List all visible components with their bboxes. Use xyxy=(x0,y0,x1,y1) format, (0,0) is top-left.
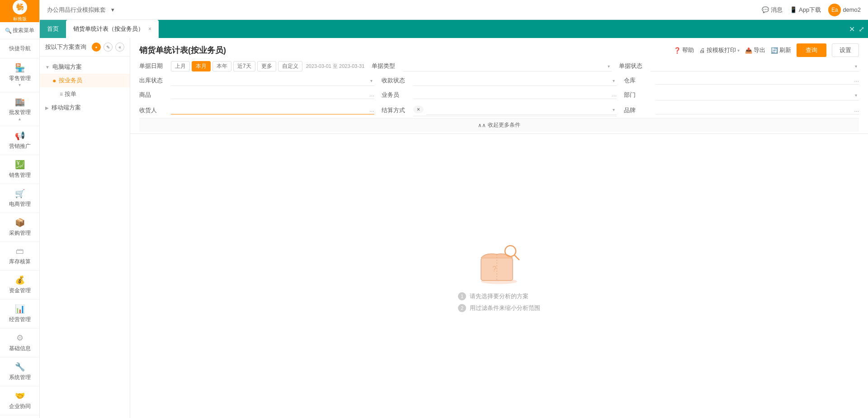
basic-icon: ⚙ xyxy=(16,333,24,343)
retail-icon: 🏪 xyxy=(15,63,25,73)
consignee-dots[interactable]: ... xyxy=(369,106,374,113)
out-status-select-wrapper: ▾ xyxy=(171,75,374,86)
sidebar-item-retail[interactable]: 🏪 零售管理 ▾ xyxy=(0,58,39,92)
date-btn-custom[interactable]: 自定义 xyxy=(278,61,302,71)
user-profile[interactable]: Ea demo2 xyxy=(828,4,861,16)
help-icon: ❓ xyxy=(674,47,681,54)
mobile-scheme-header[interactable]: ▶ 移动端方案 xyxy=(40,101,130,114)
sidebar-item-marketing[interactable]: 📢 营销推广 xyxy=(0,126,39,155)
tab-close-window-icon[interactable]: ✕ xyxy=(849,25,855,33)
empty-step-1: 1 请先选择要分析的方案 xyxy=(458,292,540,300)
sidebar-item-wholesale[interactable]: 🏬 批发管理 ▴ xyxy=(0,92,39,126)
sidebar-item-finance[interactable]: 💰 资金管理 xyxy=(0,271,39,299)
desktop-scheme-header[interactable]: ▼ 电脑端方案 xyxy=(40,60,130,74)
sidebar-quick-nav[interactable]: 快捷导航 xyxy=(0,39,39,58)
sidebar-logo[interactable]: 畅 标推版 xyxy=(0,0,40,22)
sidebar-item-basic[interactable]: ⚙ 基础信息 xyxy=(0,328,39,357)
warehouse-dots[interactable]: ... xyxy=(854,76,859,83)
help-link[interactable]: ❓ 帮助 xyxy=(674,46,694,54)
edit-scheme-button[interactable]: ✎ xyxy=(104,43,113,52)
mobile-scheme-label: 移动端方案 xyxy=(52,104,81,112)
sidebar-item-operations[interactable]: 📊 经营管理 xyxy=(0,299,39,328)
settlement-tag-close[interactable]: × xyxy=(417,106,420,113)
tab-sales-stat-label: 销货单统计表（按业务员） xyxy=(73,25,144,33)
collapse-filters-button[interactable]: ∧∧ 收起更多条件 xyxy=(139,118,859,132)
recv-status-select-wrapper: ▾ xyxy=(413,75,617,86)
scheme-salesman-label: 按业务员 xyxy=(59,76,82,85)
scheme-by-salesman[interactable]: ● 按业务员 xyxy=(40,74,130,87)
desktop-scheme-section: ▼ 电脑端方案 ● 按业务员 ≡ 按单 ▶ 移动端方案 xyxy=(40,57,130,118)
marketing-icon: 📢 xyxy=(15,131,25,141)
date-btn-this-year[interactable]: 本年 xyxy=(212,61,231,71)
scheme-order-icon: ≡ xyxy=(60,91,63,97)
sidebar-item-enterprise[interactable]: 🤝 企业协同 xyxy=(0,386,39,415)
recv-status-select[interactable] xyxy=(413,75,617,86)
tab-close-icon[interactable]: × xyxy=(148,26,151,32)
left-panel-header: 按以下方案查询 ● ✎ « xyxy=(40,38,130,57)
filter-row-3: 商品 ... 业务员 ... xyxy=(139,90,859,100)
sidebar-item-sales[interactable]: 💹 销售管理 xyxy=(0,155,39,184)
goods-input[interactable] xyxy=(171,91,368,98)
add-scheme-button[interactable]: ● xyxy=(92,43,101,52)
tab-home-label: 首页 xyxy=(47,25,59,33)
scheme-by-order[interactable]: ≡ 按单 xyxy=(40,87,130,101)
filter-brand: 品牌 ... xyxy=(624,106,859,114)
dept-select[interactable] xyxy=(656,90,859,100)
breadcrumb-dropdown[interactable]: ▾ xyxy=(111,6,114,13)
desktop-scheme-label: 电脑端方案 xyxy=(52,63,82,71)
filter-settlement: 结算方式 × ▾ xyxy=(382,104,617,116)
left-panel: 按以下方案查询 ● ✎ « ▼ 电脑端方案 xyxy=(40,38,130,418)
sidebar-item-newbie[interactable]: 🎓 新手引导 xyxy=(0,415,39,418)
filter-salesman: 业务员 ... xyxy=(382,91,617,99)
tab-maximize-icon[interactable]: ⤢ xyxy=(859,25,864,33)
print-link[interactable]: 🖨 按模板打印 ▾ xyxy=(699,46,740,54)
date-btn-more[interactable]: 更多 xyxy=(257,61,276,71)
page-title: 销货单统计表(按业务员) xyxy=(139,45,226,56)
settlement-select[interactable] xyxy=(426,104,617,115)
goods-dots[interactable]: ... xyxy=(369,91,374,98)
tab-home[interactable]: 首页 xyxy=(40,20,66,38)
brand-label: 品牌 xyxy=(624,106,656,114)
refresh-link[interactable]: 🔄 刷新 xyxy=(771,46,791,54)
sidebar-item-ecommerce[interactable]: 🛒 电商管理 xyxy=(0,184,39,213)
consignee-input[interactable] xyxy=(171,106,368,113)
filter-row-4: 收货人 ... 结算方式 × xyxy=(139,104,859,116)
brand-dots[interactable]: ... xyxy=(854,106,859,113)
tab-sales-stat[interactable]: 销货单统计表（按业务员） × xyxy=(66,20,159,38)
sidebar-item-purchase[interactable]: 📦 采购管理 xyxy=(0,213,39,242)
sidebar-item-inventory[interactable]: 🗃 库存核算 xyxy=(0,242,39,271)
brand-input[interactable] xyxy=(656,106,852,113)
query-button[interactable]: 查询 xyxy=(797,43,826,57)
export-link[interactable]: 📤 导出 xyxy=(745,46,765,54)
date-label: 单据日期 xyxy=(139,62,171,70)
order-type-select[interactable] xyxy=(403,61,612,71)
salesman-input[interactable] xyxy=(413,91,610,98)
date-btn-last-month[interactable]: 上月 xyxy=(171,61,190,71)
order-status-select[interactable] xyxy=(651,61,859,71)
setting-button[interactable]: 设置 xyxy=(832,43,859,57)
message-button[interactable]: 💬 消息 xyxy=(762,6,783,14)
print-chevron: ▾ xyxy=(737,48,740,53)
sidebar-item-system[interactable]: 🔧 系统管理 xyxy=(0,357,39,386)
date-btn-this-month[interactable]: 本月 xyxy=(192,61,211,71)
goods-input-wrapper: ... xyxy=(171,91,374,99)
quick-nav-label[interactable]: 快捷导航 xyxy=(0,43,39,54)
filter-warehouse: 仓库 ... xyxy=(624,76,859,85)
app-download-button[interactable]: 📱 App下载 xyxy=(790,6,821,14)
search-menu-label[interactable]: 🔍 帮助 搜索菜单 xyxy=(0,27,39,34)
salesman-dots[interactable]: ... xyxy=(612,91,617,98)
left-panel-title: 按以下方案查询 xyxy=(45,43,86,51)
main-area: 办公用品行业模拟账套 ▾ 💬 消息 📱 App下载 Ea demo2 首页 销货… xyxy=(40,0,868,418)
sidebar-search-section[interactable]: 🔍 帮助 搜索菜单 xyxy=(0,22,39,39)
collapse-panel-button[interactable]: « xyxy=(115,43,124,52)
filter-dept: 部门 ▾ xyxy=(624,90,859,100)
message-icon: 💬 xyxy=(762,6,769,13)
out-status-select[interactable] xyxy=(171,75,374,86)
left-panel-actions: ● ✎ « xyxy=(92,43,124,52)
date-btn-7days[interactable]: 近7天 xyxy=(233,61,255,71)
step-1-num: 1 xyxy=(458,292,466,300)
logo-icon: 畅 xyxy=(13,0,27,14)
refresh-icon: 🔄 xyxy=(771,47,778,54)
order-status-select-wrapper: ▾ xyxy=(651,61,859,71)
warehouse-input[interactable] xyxy=(656,76,852,83)
